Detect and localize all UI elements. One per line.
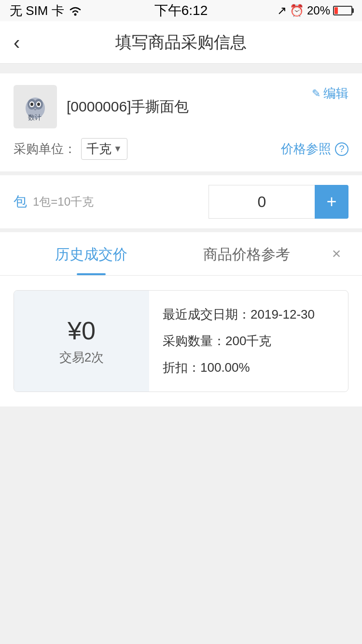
- tab-reference-label: 商品价格参考: [203, 246, 290, 262]
- svg-text:数计: 数计: [28, 113, 42, 121]
- wifi-icon: [68, 5, 83, 16]
- tab-header: 历史成交价 商品价格参考 ×: [0, 232, 362, 276]
- price-ref-label: 价格参照: [281, 140, 331, 157]
- owl-logo-icon: 数计: [18, 90, 52, 124]
- edit-label: 编辑: [323, 85, 348, 102]
- purchase-qty-value: 200千克: [225, 334, 271, 348]
- product-id: [0000006]: [67, 98, 131, 114]
- status-bar: 无 SIM 卡 下午6:12 ↗ ⏰ 20%: [0, 0, 362, 21]
- recent-date-row: 最近成交日期：2019-12-30: [163, 305, 334, 324]
- edit-icon: ✎: [312, 87, 320, 100]
- unit-label-text: 采购单位：: [14, 140, 76, 157]
- price-ref-button[interactable]: 价格参照 ?: [281, 140, 348, 157]
- product-info: 数计 [0000006]手撕面包: [14, 85, 189, 128]
- location-icon: ↗: [277, 4, 287, 17]
- status-right: ↗ ⏰ 20%: [277, 4, 352, 17]
- product-header: 数计 [0000006]手撕面包 ✎ 编辑: [14, 85, 348, 128]
- quantity-plus-button[interactable]: +: [315, 185, 348, 219]
- unit-label: 采购单位： 千克 ▼: [14, 138, 127, 160]
- quantity-input-area: 0 +: [209, 185, 348, 219]
- svg-point-6: [30, 103, 33, 106]
- unit-value: 千克: [86, 140, 111, 157]
- purchase-qty-row: 采购数量：200千克: [163, 332, 334, 350]
- quantity-input[interactable]: 0: [209, 185, 315, 219]
- chevron-down-icon: ▼: [113, 144, 122, 154]
- tab-history-label: 历史成交价: [55, 246, 127, 262]
- discount-row: 折扣：100.00%: [163, 358, 334, 377]
- product-name: [0000006]手撕面包: [67, 97, 189, 117]
- empty-area: [0, 406, 362, 644]
- price-trade-count: 交易2次: [59, 349, 104, 366]
- tab-product-price-reference[interactable]: 商品价格参考: [169, 232, 324, 275]
- carrier-text: 无 SIM 卡: [10, 2, 64, 19]
- battery-percent: 20%: [307, 4, 330, 17]
- close-button[interactable]: ×: [324, 242, 348, 266]
- alarm-icon: ⏰: [290, 4, 304, 17]
- product-card: 数计 [0000006]手撕面包 ✎ 编辑 采购单位： 千克 ▼ 价格参照 ?: [0, 73, 362, 171]
- tab-history-price[interactable]: 历史成交价: [14, 232, 169, 275]
- purchase-qty-label: 采购数量：: [163, 334, 225, 348]
- quantity-label: 包 1包=10千克: [14, 193, 94, 211]
- discount-value: 100.00%: [200, 360, 250, 375]
- price-amount: ¥0: [68, 316, 96, 345]
- tab-section: 历史成交价 商品价格参考 × ¥0 交易2次 最近成交日期：2019-12-30…: [0, 232, 362, 406]
- nav-bar: ‹ 填写商品采购信息: [0, 21, 362, 64]
- status-carrier: 无 SIM 卡: [10, 2, 83, 19]
- recent-date-label: 最近成交日期：: [163, 307, 251, 322]
- svg-point-0: [74, 14, 76, 16]
- discount-label: 折扣：: [163, 360, 200, 375]
- help-icon: ?: [335, 142, 348, 156]
- page-title: 填写商品采购信息: [115, 31, 247, 54]
- back-button[interactable]: ‹: [14, 33, 20, 52]
- unit-select[interactable]: 千克 ▼: [81, 138, 127, 160]
- quantity-row: 包 1包=10千克 0 +: [0, 171, 362, 228]
- history-price-content: ¥0 交易2次 最近成交日期：2019-12-30 采购数量：200千克 折扣：…: [0, 276, 362, 406]
- edit-button[interactable]: ✎ 编辑: [312, 85, 348, 102]
- product-thumbnail: 数计: [14, 85, 57, 128]
- battery-icon: [333, 6, 352, 15]
- price-card-right: 最近成交日期：2019-12-30 采购数量：200千克 折扣：100.00%: [149, 291, 348, 392]
- product-unit-row: 采购单位： 千克 ▼ 价格参照 ?: [14, 138, 348, 160]
- price-card-left: ¥0 交易2次: [14, 291, 149, 392]
- product-title: 手撕面包: [131, 98, 189, 114]
- price-card: ¥0 交易2次 最近成交日期：2019-12-30 采购数量：200千克 折扣：…: [14, 290, 348, 392]
- quantity-unit-name: 包: [14, 193, 27, 211]
- status-time: 下午6:12: [154, 1, 208, 20]
- recent-date-value: 2019-12-30: [251, 307, 315, 322]
- svg-point-7: [37, 103, 40, 106]
- quantity-unit-desc: 1包=10千克: [33, 194, 94, 210]
